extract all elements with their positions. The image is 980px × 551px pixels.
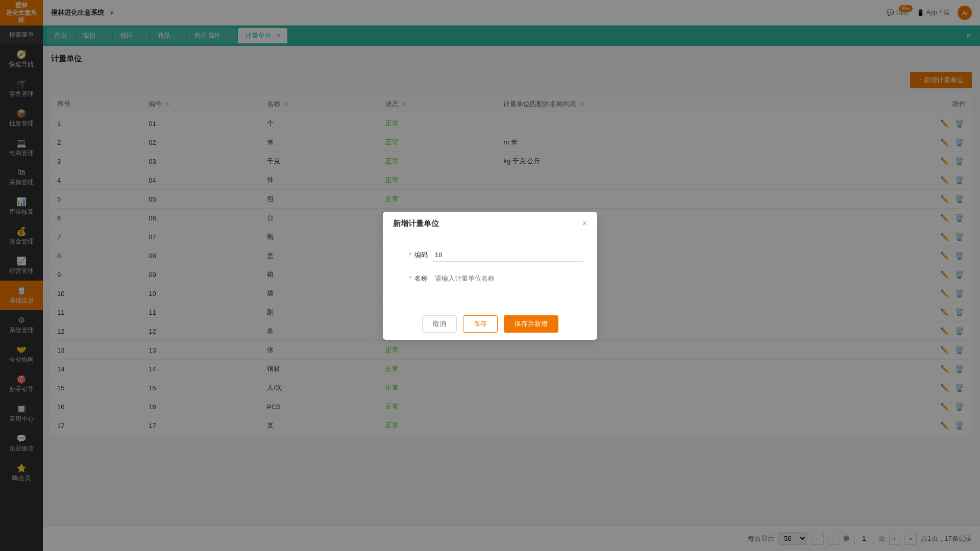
form-row-name: * 名称 (397, 272, 583, 285)
code-input[interactable] (433, 248, 583, 262)
save-and-new-button[interactable]: 保存并新增 (504, 315, 558, 333)
cancel-button[interactable]: 取消 (422, 315, 457, 333)
code-label: * 编码 (397, 251, 428, 260)
form-row-code: * 编码 (397, 248, 583, 262)
code-required-mark: * (409, 251, 411, 259)
modal-title: 新增计量单位 (393, 219, 439, 229)
modal-footer: 取消 保存 保存并新增 (383, 308, 597, 340)
modal-overlay[interactable]: 新增计量单位 × * 编码 * 名称 取消 保存 保存并新增 (0, 0, 980, 551)
add-unit-modal: 新增计量单位 × * 编码 * 名称 取消 保存 保存并新增 (383, 212, 597, 340)
save-button[interactable]: 保存 (463, 315, 498, 333)
modal-body: * 编码 * 名称 (383, 236, 597, 308)
modal-close-button[interactable]: × (582, 219, 587, 228)
name-label: * 名称 (397, 274, 428, 283)
name-required-mark: * (409, 274, 411, 282)
name-input[interactable] (433, 272, 583, 285)
modal-header: 新增计量单位 × (383, 212, 597, 236)
